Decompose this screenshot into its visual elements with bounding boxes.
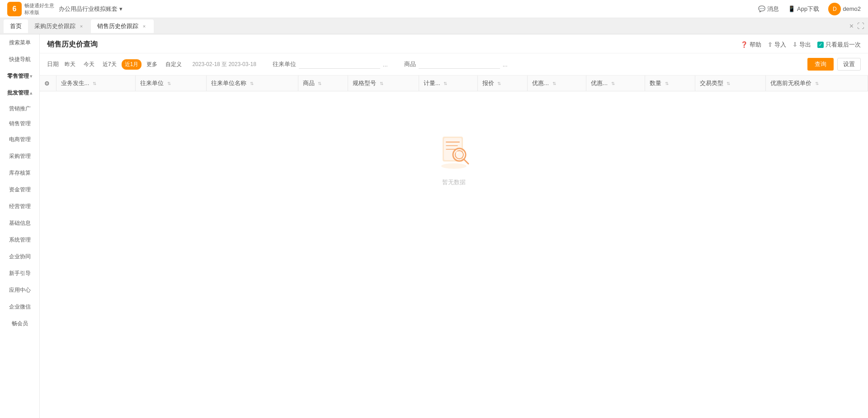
partner-label: 往来单位 bbox=[273, 60, 296, 68]
col-unit[interactable]: 计量... ⇅ bbox=[419, 76, 477, 91]
date-btn-7days[interactable]: 近7天 bbox=[99, 59, 120, 70]
col-quantity[interactable]: 数量 ⇅ bbox=[645, 76, 695, 91]
col-transaction-type[interactable]: 交易类型 ⇅ bbox=[695, 76, 766, 91]
sort-icon: ⇅ bbox=[552, 81, 556, 86]
date-filter: 日期 昨天 今天 近7天 近1月 更多 自定义 bbox=[47, 59, 185, 70]
sidebar-item-system-mgmt[interactable]: 系统管理 bbox=[0, 232, 39, 248]
sidebar-item-finance-mgmt[interactable]: 资金管理 bbox=[0, 181, 39, 198]
sort-icon: ⇅ bbox=[380, 81, 383, 86]
table-header: ⚙ 业务发生... ⇅ 往来单位 ⇅ 往来单位名称 ⇅ bbox=[40, 76, 868, 91]
message-icon: 💬 bbox=[758, 5, 765, 12]
download-icon: 📱 bbox=[788, 5, 795, 12]
sort-icon: ⇅ bbox=[611, 81, 615, 86]
col-partner-code[interactable]: 往来单位 ⇅ bbox=[136, 76, 207, 91]
col-settings[interactable]: ⚙ bbox=[40, 76, 56, 91]
sort-icon: ⇅ bbox=[250, 81, 254, 86]
data-table: ⚙ 业务发生... ⇅ 往来单位 ⇅ 往来单位名称 ⇅ bbox=[40, 76, 868, 223]
goods-input-area: ... bbox=[419, 60, 508, 69]
svg-point-9 bbox=[456, 151, 458, 154]
date-buttons: 昨天 今天 近7天 近1月 更多 自定义 bbox=[61, 59, 185, 70]
sidebar-item-enterprise-wechat[interactable]: 企业微信 bbox=[0, 299, 39, 315]
col-discount1[interactable]: 优惠... ⇅ bbox=[528, 76, 586, 91]
date-btn-more[interactable]: 更多 bbox=[143, 59, 160, 70]
empty-state-cell: 暂无数据 bbox=[40, 91, 868, 223]
import-action[interactable]: ⇧ 导入 bbox=[768, 41, 786, 49]
date-btn-1month[interactable]: 近1月 bbox=[122, 59, 142, 70]
fullscreen-icon[interactable]: ⛶ bbox=[857, 22, 864, 30]
sidebar-item-basic-info[interactable]: 基础信息 bbox=[0, 215, 39, 232]
sidebar-item-sales-mgmt[interactable]: 销售管理 bbox=[0, 116, 39, 131]
col-discount2[interactable]: 优惠... ⇅ bbox=[586, 76, 645, 91]
sidebar-item-wholesale-mgmt[interactable]: 批发管理 ▴ bbox=[0, 85, 39, 101]
page-content: 销售历史价查询 ❓ 帮助 ⇧ 导入 ⇩ 导出 ✓ bbox=[40, 34, 868, 418]
page-title: 销售历史价查询 bbox=[47, 40, 98, 49]
close-all-tabs-icon[interactable]: × bbox=[849, 22, 854, 30]
message-action[interactable]: 💬 消息 bbox=[758, 5, 779, 13]
help-action[interactable]: ❓ 帮助 bbox=[741, 41, 761, 49]
app-download-action[interactable]: 📱 App下载 bbox=[788, 5, 819, 13]
empty-state-icon bbox=[431, 128, 476, 173]
partner-input[interactable] bbox=[299, 60, 380, 69]
app-selector[interactable]: 办公用品行业模拟账套 ▾ bbox=[59, 5, 123, 13]
col-quoted-price[interactable]: 报价 ⇅ bbox=[477, 76, 528, 91]
sidebar-item-quick-nav[interactable]: 快捷导航 bbox=[0, 51, 39, 68]
date-btn-today[interactable]: 今天 bbox=[80, 59, 98, 70]
sidebar-item-retail-mgmt[interactable]: 零售管理 ▾ bbox=[0, 68, 39, 85]
chevron-down-icon: ▾ bbox=[119, 5, 123, 12]
only-last-checkbox[interactable]: ✓ bbox=[817, 42, 824, 48]
only-last-checkbox-area[interactable]: ✓ 只看最后一次 bbox=[817, 41, 861, 49]
goods-input[interactable] bbox=[419, 60, 500, 69]
close-purchase-tab-icon[interactable]: × bbox=[78, 23, 85, 29]
sidebar-item-enterprise-collab[interactable]: 企业协同 bbox=[0, 248, 39, 265]
col-business-date[interactable]: 业务发生... ⇅ bbox=[56, 76, 136, 91]
tab-purchase-history[interactable]: 采购历史价跟踪 × bbox=[28, 19, 91, 33]
col-partner-name[interactable]: 往来单位名称 ⇅ bbox=[206, 76, 298, 91]
sidebar-item-purchase-mgmt[interactable]: 采购管理 bbox=[0, 148, 39, 165]
sidebar-item-search-menu[interactable]: 搜索菜单 bbox=[0, 34, 39, 51]
col-spec[interactable]: 规格型号 ⇅ bbox=[348, 76, 419, 91]
export-action[interactable]: ⇩ 导出 bbox=[793, 41, 811, 49]
col-pretax-price[interactable]: 优惠前无税单价 ⇅ bbox=[766, 76, 868, 91]
sort-icon: ⇅ bbox=[318, 81, 321, 86]
tab-bar-actions: × ⛶ bbox=[849, 22, 864, 30]
tab-bar: 首页 采购历史价跟踪 × 销售历史价跟踪 × × ⛶ bbox=[0, 18, 868, 34]
sidebar-item-operations-mgmt[interactable]: 经营管理 bbox=[0, 198, 39, 215]
close-sales-tab-icon[interactable]: × bbox=[141, 23, 147, 29]
table-body: 暂无数据 bbox=[40, 91, 868, 223]
tab-sales-history[interactable]: 销售历史价跟踪 × bbox=[91, 19, 154, 33]
partner-filter: 往来单位 ... bbox=[273, 60, 388, 69]
goods-label: 商品 bbox=[404, 60, 416, 68]
sort-icon: ⇅ bbox=[815, 81, 819, 86]
svg-point-0 bbox=[441, 163, 467, 169]
settings-button[interactable]: 设置 bbox=[837, 58, 861, 71]
date-label: 日期 bbox=[47, 60, 59, 68]
sidebar-item-marketing[interactable]: 营销推广 bbox=[0, 101, 39, 116]
sidebar-item-app-center[interactable]: 应用中心 bbox=[0, 282, 39, 299]
export-icon: ⇩ bbox=[793, 41, 797, 48]
sidebar-item-beginner-guide[interactable]: 新手引导 bbox=[0, 265, 39, 282]
sort-icon: ⇅ bbox=[443, 81, 447, 86]
sort-icon: ⇅ bbox=[665, 81, 669, 86]
sidebar-item-member[interactable]: 畅会员 bbox=[0, 315, 39, 332]
sort-icon: ⇅ bbox=[497, 81, 501, 86]
content-area: 销售历史价查询 ❓ 帮助 ⇧ 导入 ⇩ 导出 ✓ bbox=[40, 34, 868, 418]
col-goods[interactable]: 商品 ⇅ bbox=[298, 76, 348, 91]
date-btn-custom[interactable]: 自定义 bbox=[162, 59, 185, 70]
sort-icon: ⇅ bbox=[167, 81, 171, 86]
header-right: 💬 消息 📱 App下载 D demo2 bbox=[758, 3, 861, 15]
query-button[interactable]: 查询 bbox=[807, 58, 834, 71]
page-actions: ❓ 帮助 ⇧ 导入 ⇩ 导出 ✓ 只看最后一次 bbox=[741, 41, 861, 49]
avatar: D bbox=[828, 3, 841, 15]
header-left: 6 畅捷通好生意 标准版 办公用品行业模拟账套 ▾ bbox=[7, 2, 123, 16]
sidebar-item-ecommerce-mgmt[interactable]: 电商管理 bbox=[0, 131, 39, 148]
user-action[interactable]: D demo2 bbox=[828, 3, 861, 15]
sidebar: 搜索菜单 快捷导航 零售管理 ▾ 批发管理 ▴ 营销推广 销售管理 电商管理 采… bbox=[0, 34, 40, 418]
sidebar-item-inventory[interactable]: 库存核算 bbox=[0, 165, 39, 181]
date-btn-yesterday[interactable]: 昨天 bbox=[61, 59, 79, 70]
page-header: 销售历史价查询 ❓ 帮助 ⇧ 导入 ⇩ 导出 ✓ bbox=[40, 34, 868, 53]
filter-action-buttons: 查询 设置 bbox=[807, 58, 861, 71]
empty-state: 暂无数据 bbox=[40, 91, 868, 223]
chevron-up-icon: ▴ bbox=[30, 90, 32, 95]
tab-home[interactable]: 首页 bbox=[4, 19, 28, 33]
sort-icon: ⇅ bbox=[93, 81, 96, 86]
